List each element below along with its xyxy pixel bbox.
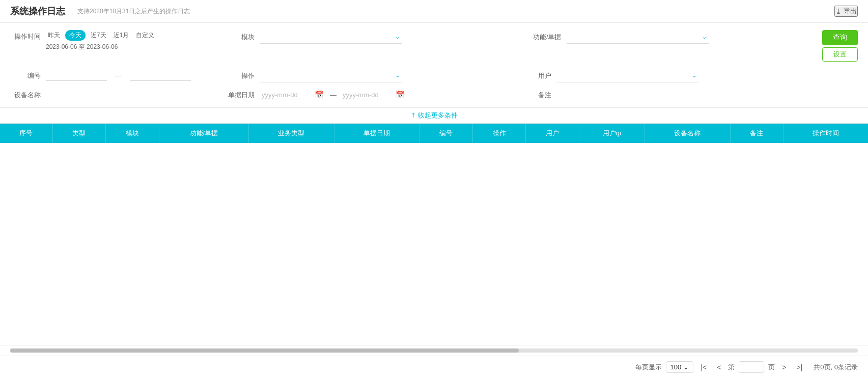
function-select[interactable]: ⌄	[567, 30, 709, 44]
remark-input[interactable]	[556, 90, 699, 100]
remark-label: 备注	[516, 91, 551, 100]
scrollbar-track	[10, 348, 858, 353]
doc-date-to-input[interactable]	[343, 91, 394, 99]
time-btn-1month[interactable]: 近1月	[111, 30, 131, 41]
filter-area: 操作时间 昨天 今天 近7天 近1月 自定义 2023-06-06 至 2023…	[0, 23, 868, 108]
code-dash: —	[115, 72, 122, 79]
date-dash: —	[330, 91, 337, 99]
time-btn-7days[interactable]: 近7天	[89, 30, 108, 41]
user-value	[558, 70, 690, 81]
page-wrapper: 系统操作日志 支持2020年10月31日之后产生的操作日志 ⤓ 导出 操作时间 …	[0, 0, 868, 378]
col-biz-type: 业务类型	[249, 124, 334, 143]
user-select[interactable]: ⌄	[556, 69, 699, 82]
calendar-icon-to[interactable]: 📅	[396, 91, 404, 99]
prev-page-button[interactable]: <	[714, 362, 724, 372]
page-input[interactable]: 1	[739, 361, 764, 373]
time-btn-yesterday[interactable]: 昨天	[46, 30, 62, 41]
page-title: 系统操作日志	[10, 5, 65, 17]
module-value	[262, 31, 393, 42]
empty-area	[0, 143, 868, 326]
per-page-chevron-icon: ⌄	[683, 363, 689, 371]
col-function: 功能/单据	[159, 124, 248, 143]
user-label: 用户	[516, 71, 551, 80]
function-filter-group: 功能/单据 ⌄	[526, 30, 807, 44]
device-input[interactable]	[46, 90, 178, 100]
per-page-select[interactable]: 100 ⌄	[666, 361, 694, 373]
module-label: 模块	[224, 33, 255, 42]
collapse-button[interactable]: ⤒ 收起更多条件	[411, 111, 458, 120]
operation-value	[262, 70, 393, 81]
doc-date-label: 单据日期	[224, 91, 255, 100]
time-range: 2023-06-06 至 2023-06-06	[46, 43, 156, 51]
doc-date-from-input[interactable]	[262, 91, 313, 99]
page-unit: 页	[768, 363, 775, 372]
table-header-row: 序号 类型 模块 功能/单据 业务类型 单据日期 编号 操作 用户 用户ip 设…	[0, 124, 868, 143]
first-page-button[interactable]: |<	[697, 362, 710, 372]
export-label: 导出	[844, 7, 857, 16]
table-area: 序号 类型 模块 功能/单据 业务类型 单据日期 编号 操作 用户 用户ip 设…	[0, 124, 868, 345]
module-select[interactable]: ⌄	[260, 30, 402, 44]
last-page-button[interactable]: >|	[794, 362, 806, 372]
col-code: 编号	[419, 124, 472, 143]
remark-filter-group: 备注	[516, 90, 787, 100]
per-page-value: 100	[670, 363, 682, 371]
operation-select[interactable]: ⌄	[260, 69, 402, 82]
user-chevron-icon: ⌄	[692, 72, 697, 79]
page-header: 系统操作日志 支持2020年10月31日之后产生的操作日志 ⤓ 导出	[0, 0, 868, 23]
module-filter-group: 模块 ⌄	[224, 30, 506, 44]
time-filter: 昨天 今天 近7天 近1月 自定义 2023-06-06 至 2023-06-0…	[46, 30, 156, 51]
col-device: 设备名称	[645, 124, 730, 143]
function-chevron-icon: ⌄	[702, 33, 707, 40]
time-btn-custom[interactable]: 自定义	[134, 30, 156, 41]
code-input-from[interactable]	[46, 71, 107, 81]
function-value	[569, 31, 700, 42]
col-type: 类型	[52, 124, 105, 143]
calendar-icon-from[interactable]: 📅	[315, 91, 323, 99]
col-doc-date: 单据日期	[334, 124, 419, 143]
col-operation: 操作	[472, 124, 525, 143]
settings-button[interactable]: 设置	[822, 47, 858, 62]
collapse-label: 收起更多条件	[418, 111, 458, 120]
device-filter-group: 设备名称	[10, 90, 204, 100]
operation-chevron-icon: ⌄	[395, 72, 400, 79]
time-label: 操作时间	[10, 32, 41, 41]
code-label: 编号	[10, 71, 41, 80]
col-remark: 备注	[730, 124, 783, 143]
col-module: 模块	[106, 124, 159, 143]
col-op-time: 操作时间	[783, 124, 868, 143]
module-chevron-icon: ⌄	[395, 33, 400, 40]
function-label: 功能/单据	[526, 33, 562, 42]
per-page-label: 每页显示	[635, 363, 662, 372]
time-filter-group: 操作时间 昨天 今天 近7天 近1月 自定义 2023-06-06 至 2023…	[10, 30, 204, 51]
collapse-chevron-icon: ⤒	[411, 112, 416, 119]
col-seq: 序号	[0, 124, 52, 143]
doc-date-filter-group: 单据日期 📅 — 📅	[224, 90, 495, 100]
doc-date-to[interactable]: 📅	[341, 90, 407, 100]
export-icon: ⤓	[835, 7, 842, 15]
data-table: 序号 类型 模块 功能/单据 业务类型 单据日期 编号 操作 用户 用户ip 设…	[0, 124, 868, 143]
export-button[interactable]: ⤓ 导出	[834, 6, 858, 17]
collapse-bar: ⤒ 收起更多条件	[0, 108, 868, 124]
operation-label: 操作	[224, 71, 255, 80]
operation-filter-group: 操作 ⌄	[224, 69, 495, 82]
query-button[interactable]: 查询	[822, 30, 858, 45]
code-filter-group: 编号 —	[10, 71, 204, 81]
code-input-to[interactable]	[130, 71, 191, 81]
col-user-ip: 用户ip	[579, 124, 645, 143]
page-label: 第	[728, 363, 735, 372]
total-info: 共0页, 0条记录	[814, 363, 858, 372]
user-filter-group: 用户 ⌄	[516, 69, 787, 82]
page-subtitle: 支持2020年10月31日之后产生的操作日志	[77, 7, 190, 16]
scrollbar-thumb[interactable]	[10, 348, 519, 353]
time-buttons: 昨天 今天 近7天 近1月 自定义	[46, 30, 156, 41]
scrollbar-area	[0, 345, 868, 356]
pagination-bar: 每页显示 100 ⌄ |< < 第 1 页 > >| 共0页, 0条记录	[0, 356, 868, 378]
next-page-button[interactable]: >	[779, 362, 789, 372]
time-btn-today[interactable]: 今天	[65, 30, 86, 41]
col-user: 用户	[526, 124, 579, 143]
action-buttons: 查询 设置	[822, 30, 858, 62]
doc-date-from[interactable]: 📅	[260, 90, 326, 100]
device-label: 设备名称	[10, 91, 41, 100]
